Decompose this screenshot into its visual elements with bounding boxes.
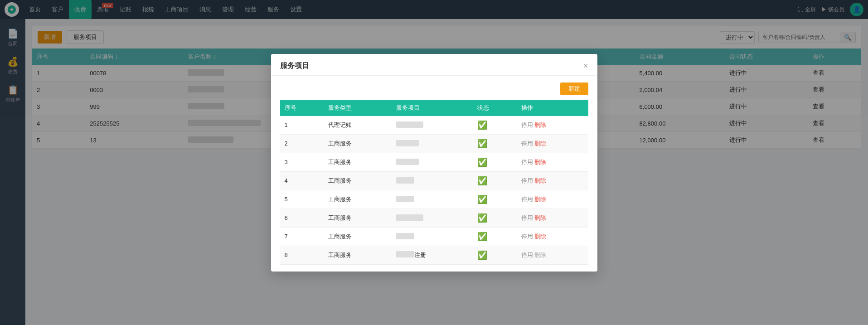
- modal-cell-action: 停用 删除: [517, 171, 588, 190]
- modal-cell-seq: 2: [280, 134, 324, 153]
- modal-cell-item: 1: [392, 116, 473, 135]
- stop-button[interactable]: 停用: [521, 214, 533, 222]
- modal-cell-status: ✅: [473, 171, 516, 190]
- delete-button[interactable]: 删除: [534, 177, 546, 185]
- modal-cell-item: [392, 171, 473, 190]
- delete-button[interactable]: 删除: [534, 214, 546, 222]
- stop-button[interactable]: 停用: [521, 195, 533, 204]
- delete-button[interactable]: 删除: [534, 140, 546, 148]
- modal-cell-item: [392, 190, 473, 209]
- modal-cell-type: 工商服务: [324, 209, 392, 227]
- modal-cell-action: 停用 删除: [517, 134, 588, 153]
- modal-new-button[interactable]: 新建: [560, 82, 588, 95]
- modal-cell-status: ✅: [473, 134, 516, 153]
- modal-table-row: 7 工商服务 ✅ 停用 删除: [280, 227, 588, 246]
- modal-table-row: 6 工商服务 ✅ 停用 删除: [280, 209, 588, 227]
- modal-col-status: 状态: [473, 100, 516, 116]
- modal-cell-item: [392, 153, 473, 171]
- modal-close-button[interactable]: ×: [583, 61, 588, 71]
- modal-cell-status: ✅: [473, 227, 516, 246]
- modal-cell-type: 工商服务: [324, 134, 392, 153]
- modal-cell-item: [392, 209, 473, 227]
- modal-title: 服务项目: [280, 61, 309, 71]
- modal-cell-action: 停用 删除: [517, 246, 588, 264]
- modal-cell-item: [392, 134, 473, 153]
- modal-cell-seq: 1: [280, 116, 324, 135]
- status-check-icon: ✅: [477, 232, 487, 241]
- status-check-icon: ✅: [477, 213, 487, 223]
- status-check-icon: ✅: [477, 158, 487, 167]
- delete-button[interactable]: 删除: [534, 121, 546, 129]
- modal-col-action: 操作: [517, 100, 588, 116]
- modal-cell-action: 停用 删除: [517, 190, 588, 209]
- modal-table-row: 3 工商服务 ✅ 停用 删除: [280, 153, 588, 171]
- modal-cell-item: [392, 227, 473, 246]
- modal-cell-status: ✅: [473, 116, 516, 135]
- modal-cell-action: 停用 删除: [517, 227, 588, 246]
- modal-cell-status: ✅: [473, 246, 516, 264]
- stop-button[interactable]: 停用: [521, 177, 533, 185]
- delete-button[interactable]: 删除: [534, 251, 546, 259]
- modal-table-row: 2 工商服务 ✅ 停用 删除: [280, 134, 588, 153]
- modal-table-row: 5 工商服务 ✅ 停用 删除: [280, 190, 588, 209]
- modal-table-row: 1 代理记账 1 ✅ 停用 删除: [280, 116, 588, 135]
- modal-cell-action: 停用 删除: [517, 153, 588, 171]
- modal-cell-type: 工商服务: [324, 190, 392, 209]
- modal-cell-type: 工商服务: [324, 153, 392, 171]
- modal-cell-seq: 4: [280, 171, 324, 190]
- modal-cell-action: 停用 删除: [517, 116, 588, 135]
- modal-body: 新建 序号 服务类型 服务项目 状态 操作 1 代理记账: [271, 76, 597, 272]
- modal-cell-type: 工商服务: [324, 246, 392, 264]
- modal-cell-seq: 3: [280, 153, 324, 171]
- modal-cell-status: ✅: [473, 209, 516, 227]
- modal-cell-status: ✅: [473, 190, 516, 209]
- modal-overlay[interactable]: 服务项目 × 新建 序号 服务类型 服务项目 状态 操作: [0, 0, 868, 325]
- status-check-icon: ✅: [477, 195, 487, 204]
- service-modal: 服务项目 × 新建 序号 服务类型 服务项目 状态 操作: [271, 54, 597, 272]
- delete-button[interactable]: 删除: [534, 233, 546, 241]
- stop-button[interactable]: 停用: [521, 140, 533, 148]
- status-check-icon: ✅: [477, 251, 487, 260]
- status-check-icon: ✅: [477, 121, 487, 130]
- modal-col-item: 服务项目: [392, 100, 473, 116]
- modal-header: 服务项目 ×: [271, 54, 597, 76]
- modal-cell-type: 工商服务: [324, 227, 392, 246]
- modal-cell-type: 代理记账: [324, 116, 392, 135]
- modal-col-type: 服务类型: [324, 100, 392, 116]
- modal-cell-seq: 5: [280, 190, 324, 209]
- modal-cell-item: 注册: [392, 246, 473, 264]
- modal-cell-seq: 7: [280, 227, 324, 246]
- stop-button[interactable]: 停用: [521, 251, 533, 259]
- modal-new-btn-area: 新建: [280, 82, 588, 95]
- modal-cell-action: 停用 删除: [517, 209, 588, 227]
- modal-table-header: 序号 服务类型 服务项目 状态 操作: [280, 100, 588, 116]
- modal-cell-status: ✅: [473, 153, 516, 171]
- delete-button[interactable]: 删除: [534, 158, 546, 166]
- modal-cell-seq: 6: [280, 209, 324, 227]
- stop-button[interactable]: 停用: [521, 158, 533, 166]
- modal-cell-type: 工商服务: [324, 171, 392, 190]
- modal-table-row: 8 工商服务 注册 ✅ 停用 删除: [280, 246, 588, 264]
- modal-col-seq: 序号: [280, 100, 324, 116]
- status-check-icon: ✅: [477, 139, 487, 148]
- stop-button[interactable]: 停用: [521, 233, 533, 241]
- stop-button[interactable]: 停用: [521, 121, 533, 129]
- modal-cell-seq: 8: [280, 246, 324, 264]
- delete-button[interactable]: 删除: [534, 195, 546, 204]
- modal-table-row: 4 工商服务 ✅ 停用 删除: [280, 171, 588, 190]
- service-items-table: 序号 服务类型 服务项目 状态 操作 1 代理记账 1 ✅ 停用: [280, 100, 588, 265]
- status-check-icon: ✅: [477, 176, 487, 185]
